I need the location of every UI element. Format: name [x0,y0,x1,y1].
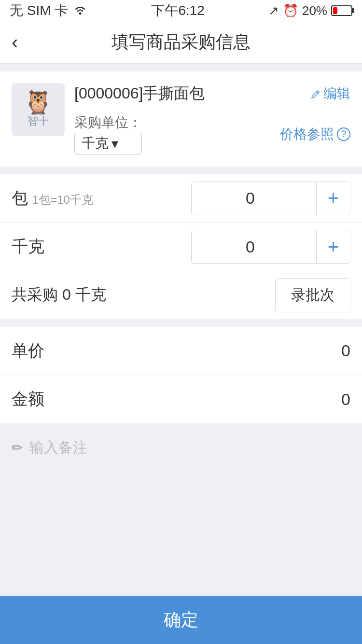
bag-input-row: 包 1包=10千克 + [0,174,362,223]
location-icon: ↗ [268,3,279,18]
summary-row: 共采购 0 千克 录批次 [0,271,362,319]
back-button[interactable]: ‹ [12,31,18,53]
price-section: 单价 0 金额 0 [0,327,362,423]
batch-button[interactable]: 录批次 [275,278,350,312]
remark-input[interactable]: 输入备注 [29,438,87,458]
amount-value: 0 [341,390,350,409]
page-title: 填写商品采购信息 [111,30,251,54]
unit-dropdown[interactable]: 千克 ▾ [74,132,142,155]
remark-section[interactable]: ✏ 输入备注 [0,423,362,472]
owl-logo-text: 智十 [24,114,53,128]
bag-label-group: 包 1包=10千克 [12,187,191,210]
chevron-down-icon: ▾ [111,136,118,152]
confirm-button[interactable]: 确定 [0,596,362,644]
kg-label: 千克 [12,237,44,255]
product-name: [0000006]手撕面包 [74,83,205,104]
product-image: 🦉 智十 [12,83,65,136]
status-right: ↗ ⏰ 20% [268,3,352,18]
product-card: 🦉 智十 [0000006]手撕面包 编辑 采购单位： 千克 ▾ [0,71,362,167]
kg-plus-button[interactable]: + [317,230,350,264]
unit-price-value: 0 [341,341,350,360]
status-left: 无 SIM 卡 [10,1,87,20]
svg-point-0 [79,13,82,15]
alarm-icon: ⏰ [283,3,298,18]
kg-quantity-input[interactable] [191,230,317,264]
unit-label: 采购单位： [74,115,142,130]
unit-label-group: 采购单位： 千克 ▾ [74,113,142,155]
mid-divider-2 [0,319,362,327]
amount-row: 金额 0 [0,375,362,423]
info-icon: ? [337,127,350,141]
battery-icon [331,5,352,16]
unit-row: 采购单位： 千克 ▾ 价格参照 ? [74,113,350,155]
product-info: [0000006]手撕面包 编辑 采购单位： 千克 ▾ 价格参照 ? [74,83,350,155]
bag-quantity-input[interactable] [191,182,317,215]
sim-text: 无 SIM 卡 [10,1,68,20]
kg-label-group: 千克 [12,236,191,258]
mid-divider-1 [0,167,362,174]
content-filler [0,472,362,616]
bag-sub-label: 1包=10千克 [32,193,93,206]
product-name-row: [0000006]手撕面包 编辑 [74,83,350,104]
wifi-icon [73,3,87,18]
input-section: 包 1包=10千克 + 千克 + [0,174,362,271]
status-time: 下午6:12 [151,1,205,20]
battery-percent: 20% [302,3,327,18]
top-divider [0,64,362,71]
status-bar: 无 SIM 卡 下午6:12 ↗ ⏰ 20% [0,0,362,21]
bag-plus-button[interactable]: + [317,182,350,215]
kg-input-control: + [191,230,350,264]
price-ref-button[interactable]: 价格参照 ? [280,125,350,143]
owl-logo-icon: 🦉 [24,91,53,114]
bag-input-control: + [191,182,350,215]
summary-text: 共采购 0 千克 [12,284,106,306]
edit-button[interactable]: 编辑 [311,84,350,103]
pencil-icon: ✏ [12,440,23,456]
unit-price-row: 单价 0 [0,327,362,375]
amount-label: 金额 [12,388,44,410]
kg-input-row: 千克 + [0,223,362,271]
nav-bar: ‹ 填写商品采购信息 [0,21,362,64]
unit-price-label: 单价 [12,340,44,362]
bag-label: 包 [12,189,28,207]
